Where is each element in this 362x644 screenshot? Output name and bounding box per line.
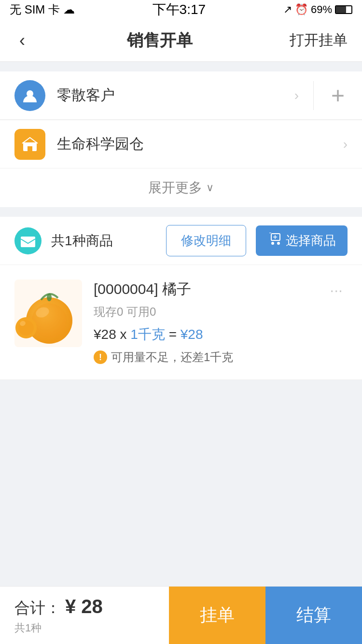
section-divider: [0, 207, 362, 217]
total-value: ¥ 28: [65, 596, 103, 617]
product-details: [0000004] 橘子 现存0 可用0 ¥28 x 1千克 = ¥28 ! 可…: [94, 280, 313, 365]
customer-row: 零散客户 › +: [0, 71, 362, 120]
svg-rect-3: [21, 237, 35, 247]
warehouse-row[interactable]: 生命科学园仓 ›: [0, 120, 362, 168]
cart-icon: [267, 233, 282, 249]
hang-button[interactable]: 挂单: [169, 587, 265, 644]
location-icon: ↗: [283, 3, 292, 16]
warehouse-arrow-icon: ›: [343, 137, 348, 152]
total-sub: 共1种: [14, 621, 154, 635]
status-bar: 无 SIM 卡 ☁ 下午3:17 ↗ ⏰ 69%: [0, 0, 362, 19]
warning-text: 可用量不足，还差1千克: [111, 350, 233, 365]
price-text: ¥28 x: [94, 327, 130, 342]
customer-arrow-icon: ›: [294, 88, 299, 103]
edit-detail-button[interactable]: 修改明细: [166, 225, 246, 256]
product-id: [0000004]: [94, 281, 158, 297]
customer-avatar: [14, 80, 45, 111]
svg-rect-2: [28, 146, 32, 151]
select-product-button[interactable]: 选择商品: [256, 225, 348, 256]
svg-point-6: [271, 242, 274, 245]
warning-icon: !: [94, 350, 107, 364]
expand-chevron-icon: ∨: [206, 182, 214, 194]
product-stock: 现存0 可用0: [94, 304, 313, 320]
total-amount: 合计： ¥ 28: [14, 596, 154, 619]
product-count-icon: [14, 227, 42, 254]
alarm-icon: ⏰: [295, 3, 308, 16]
bottom-bar: 合计： ¥ 28 共1种 挂单 结算: [0, 586, 362, 644]
status-left: 无 SIM 卡 ☁: [10, 2, 75, 17]
svg-point-14: [32, 303, 67, 338]
page-title: 销售开单: [127, 29, 193, 52]
customer-selector[interactable]: 零散客户 ›: [0, 80, 313, 111]
total-label: 合计：: [14, 599, 61, 616]
product-name-text: 橘子: [162, 281, 191, 297]
svg-point-7: [277, 242, 280, 245]
nav-bar: ‹ 销售开单 打开挂单: [0, 19, 362, 62]
expand-more-label: 展开更多: [148, 179, 202, 197]
checkout-button[interactable]: 结算: [265, 587, 362, 644]
signal-text: 无 SIM 卡 ☁: [10, 2, 75, 17]
product-count-text: 共1种商品: [51, 232, 156, 250]
expand-more-row[interactable]: 展开更多 ∨: [0, 168, 362, 207]
top-divider: [0, 62, 362, 71]
warehouse-name: 生命科学园仓: [57, 134, 343, 154]
product-item: [0000004] 橘子 现存0 可用0 ¥28 x 1千克 = ¥28 ! 可…: [0, 265, 362, 380]
product-image: [14, 280, 82, 347]
product-warning: ! 可用量不足，还差1千克: [94, 350, 313, 365]
battery-text: 69%: [311, 3, 332, 16]
total-price: ¥28: [181, 327, 203, 342]
add-customer-button[interactable]: +: [314, 82, 362, 109]
quantity-text: 1千克: [130, 327, 165, 342]
product-price: ¥28 x 1千克 = ¥28: [94, 325, 313, 344]
status-right: ↗ ⏰ 69%: [283, 3, 352, 16]
open-hang-button[interactable]: 打开挂单: [290, 30, 348, 50]
battery-icon: [335, 5, 352, 14]
status-time: 下午3:17: [153, 0, 206, 19]
back-button[interactable]: ‹: [14, 26, 30, 56]
equals-text: =: [169, 327, 181, 342]
customer-name: 零散客户: [57, 85, 294, 105]
total-section: 合计： ¥ 28 共1种: [0, 596, 169, 635]
select-product-label: 选择商品: [286, 232, 336, 249]
product-more-button[interactable]: ···: [325, 280, 348, 301]
warehouse-icon: [14, 129, 45, 160]
product-title: [0000004] 橘子: [94, 280, 313, 299]
product-header: 共1种商品 修改明细 选择商品: [0, 217, 362, 265]
